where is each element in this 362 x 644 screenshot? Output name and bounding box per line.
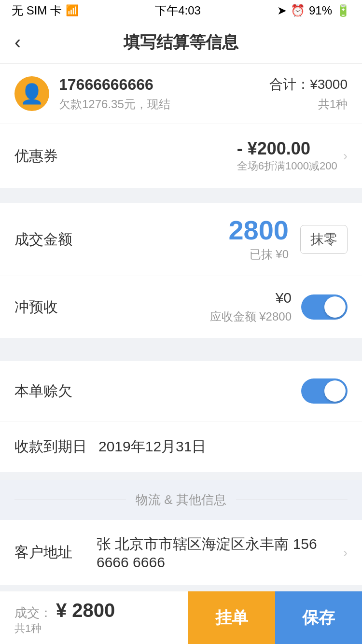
customer-card: 👤 17666666666 欠款1276.35元，现结 合计：¥3000 共1种… <box>0 64 362 188</box>
avatar: 👤 <box>14 76 49 111</box>
status-left: 无 SIM 卡 📶 <box>12 3 79 18</box>
back-button[interactable]: ‹ <box>14 31 43 53</box>
prepay-amount-value: ¥0 <box>210 290 292 306</box>
prepay-amount-wrap: ¥0 应收金额 ¥2800 <box>210 290 292 324</box>
prepay-receivable: 应收金额 ¥2800 <box>210 309 292 324</box>
coupon-discount: - ¥200.00 <box>237 139 337 159</box>
bottom-deal-amount: ¥ 2800 <box>56 600 115 621</box>
battery-icon: 🔋 <box>336 4 350 17</box>
customer-right: 合计：¥3000 共1种 <box>269 75 348 112</box>
bottom-summary: 成交： ¥ 2800 共1种 <box>0 600 188 636</box>
nav-bar: ‹ 填写结算等信息 <box>0 21 362 64</box>
wifi-icon: 📶 <box>66 4 79 17</box>
bottom-bar: 成交： ¥ 2800 共1种 挂单 保存 <box>0 591 362 644</box>
credit-row: 本单赊欠 <box>0 361 362 421</box>
total-label: 合计： <box>269 77 310 92</box>
deal-erased: 已抹 ¥0 <box>228 247 289 262</box>
prepay-label: 冲预收 <box>14 297 58 317</box>
credit-toggle-knob <box>324 380 346 402</box>
due-date-row: 收款到期日 2019年12月31日 <box>0 421 362 472</box>
logistics-line-right <box>236 500 348 500</box>
deal-card: 成交金额 2800 已抹 ¥0 抹零 冲预收 ¥0 应收金额 ¥2800 <box>0 203 362 338</box>
battery-label: 91% <box>309 4 332 17</box>
credit-toggle[interactable] <box>301 378 348 404</box>
customer-phone: 17666666666 <box>59 76 170 94</box>
avatar-icon: 👤 <box>20 83 44 105</box>
logistics-text: 物流 & 其他信息 <box>136 491 226 508</box>
deal-amount-value: 2800 <box>228 217 289 244</box>
due-date-label: 收款到期日 <box>14 437 87 457</box>
coupon-row[interactable]: 优惠券 - ¥200.00 全场6折满1000减200 › <box>0 124 362 188</box>
prepay-toggle[interactable] <box>301 294 348 320</box>
total-amount: 合计：¥3000 <box>269 75 348 94</box>
coupon-desc: 全场6折满1000减200 <box>237 159 337 173</box>
logistics-divider: 物流 & 其他信息 <box>0 480 362 520</box>
address-chevron-icon: › <box>343 545 348 560</box>
prepay-right: ¥0 应收金额 ¥2800 <box>210 290 348 324</box>
bottom-deal-label: 成交： <box>14 604 52 621</box>
customer-left: 👤 17666666666 欠款1276.35元，现结 <box>14 76 170 112</box>
customer-row: 👤 17666666666 欠款1276.35元，现结 合计：¥3000 共1种 <box>0 64 362 124</box>
bottom-count: 共1种 <box>14 621 174 636</box>
round-zero-button[interactable]: 抹零 <box>300 225 348 254</box>
customer-debt: 欠款1276.35元，现结 <box>59 97 170 112</box>
prepay-row: 冲预收 ¥0 应收金额 ¥2800 <box>0 276 362 338</box>
credit-card: 本单赊欠 收款到期日 2019年12月31日 <box>0 361 362 472</box>
location-icon: ➤ <box>277 4 287 17</box>
address-content: 张 北京市市辖区海淀区永丰南 156 6666 6666 <box>97 534 334 571</box>
toggle-knob <box>324 296 346 318</box>
page-title: 填写结算等信息 <box>124 31 238 54</box>
address-row[interactable]: 客户地址 张 北京市市辖区海淀区永丰南 156 6666 6666 › <box>0 520 362 585</box>
credit-label: 本单赊欠 <box>14 381 72 401</box>
alarm-icon: ⏰ <box>291 4 305 17</box>
status-right: ➤ ⏰ 91% 🔋 <box>277 4 350 17</box>
save-button[interactable]: 保存 <box>275 591 362 644</box>
bottom-deal-row: 成交： ¥ 2800 <box>14 600 174 621</box>
deal-right: 2800 已抹 ¥0 抹零 <box>228 217 348 262</box>
coupon-label: 优惠券 <box>14 146 58 166</box>
status-bar: 无 SIM 卡 📶 下午4:03 ➤ ⏰ 91% 🔋 <box>0 0 362 21</box>
deal-amount-label: 成交金额 <box>14 230 72 250</box>
address-label: 客户地址 <box>14 543 72 562</box>
total-count: 共1种 <box>269 97 348 112</box>
customer-info: 17666666666 欠款1276.35元，现结 <box>59 76 170 112</box>
hold-button[interactable]: 挂单 <box>188 591 275 644</box>
section-divider-2 <box>0 346 362 353</box>
due-date-value: 2019年12月31日 <box>98 437 206 457</box>
deal-amount-row: 成交金额 2800 已抹 ¥0 抹零 <box>0 203 362 276</box>
coupon-right: - ¥200.00 全场6折满1000减200 › <box>237 139 348 173</box>
deal-amount-wrap: 2800 已抹 ¥0 <box>228 217 289 262</box>
chevron-right-icon: › <box>343 148 348 164</box>
carrier-label: 无 SIM 卡 <box>12 3 62 18</box>
logistics-line-left <box>14 500 126 500</box>
total-value: ¥3000 <box>310 77 348 92</box>
content-area: 👤 17666666666 欠款1276.35元，现结 合计：¥3000 共1种… <box>0 64 362 644</box>
section-divider-1 <box>0 196 362 203</box>
status-time: 下午4:03 <box>155 3 201 18</box>
